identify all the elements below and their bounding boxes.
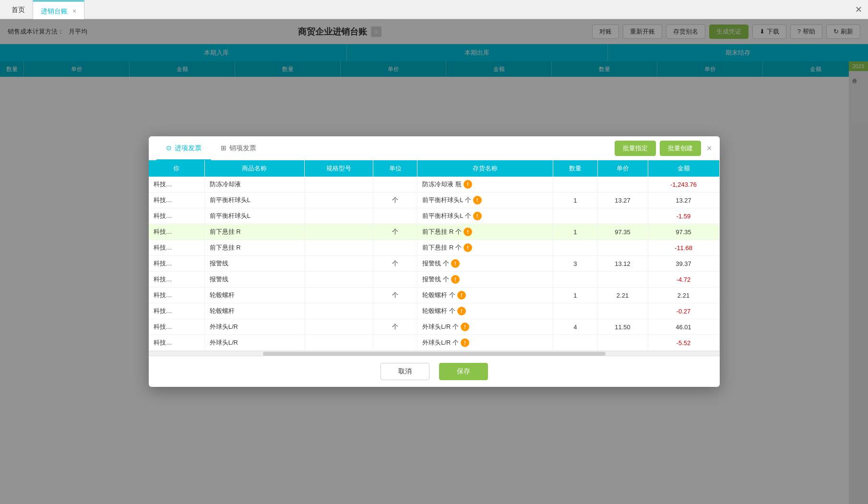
- cell-spec: [304, 240, 373, 256]
- cell-quantity: 1: [553, 192, 597, 208]
- cell-stock-name: 轮毂螺杆 个!: [417, 288, 553, 303]
- cell-quantity: [553, 303, 597, 319]
- cell-supplier: 科技…: [149, 319, 205, 335]
- warning-icon: !: [451, 275, 460, 284]
- table-row: 科技…报警线报警线 个!-4.72: [149, 272, 720, 288]
- cell-unit-price: [597, 177, 648, 192]
- cell-spec: [304, 192, 373, 208]
- cell-stock-name: 轮毂螺杆 个!: [417, 303, 553, 319]
- cell-supplier: 科技…: [149, 177, 205, 192]
- cell-stock-name: 前平衡杆球头L 个!: [417, 208, 553, 224]
- table-row: 科技…外球头L/R个外球头L/R 个!411.5046.01: [149, 319, 720, 335]
- cell-spec: [304, 224, 373, 240]
- modal-table-wrap[interactable]: 你 商品名称 规格型号 单位 存货名称 数量 单价 金额 科技…防冻冷却液防冻冷…: [149, 160, 720, 351]
- modal-footer: 取消 保存: [149, 356, 720, 387]
- cell-unit: 个: [373, 288, 417, 303]
- cell-supplier: 科技…: [149, 192, 205, 208]
- cancel-button[interactable]: 取消: [380, 363, 429, 380]
- cell-amount: -5.52: [648, 335, 719, 351]
- purchase-icon: ⊙: [166, 136, 172, 160]
- cell-product-name: 外球头L/R: [204, 335, 304, 351]
- tab-close-icon[interactable]: ×: [72, 7, 76, 15]
- sales-icon: ⊞: [221, 136, 226, 160]
- batch-assign-button[interactable]: 批量指定: [615, 141, 656, 156]
- col-header-quantity: 数量: [553, 160, 597, 177]
- col-header-stock-name: 存货名称: [417, 160, 553, 177]
- cell-supplier: 科技…: [149, 288, 205, 303]
- cell-amount: -11.68: [648, 240, 719, 256]
- cell-unit-price: 13.27: [597, 192, 648, 208]
- save-button[interactable]: 保存: [439, 363, 488, 380]
- cell-product-name: 轮毂螺杆: [204, 303, 304, 319]
- cell-amount: -1.59: [648, 208, 719, 224]
- cell-unit: [373, 240, 417, 256]
- table-row: 科技…前下悬挂 R前下悬挂 R 个!-11.68: [149, 240, 720, 256]
- cell-product-name: 前平衡杆球头L: [204, 192, 304, 208]
- col-header-amount: 金额: [648, 160, 719, 177]
- cell-unit: 个: [373, 224, 417, 240]
- cell-amount: -1,243.76: [648, 177, 719, 192]
- table-row: 科技…轮毂螺杆个轮毂螺杆 个!12.212.21: [149, 288, 720, 303]
- modal-overlay: ⊙ 进项发票 ⊞ 销项发票 批量指定 批量创建 ×: [0, 19, 868, 504]
- col-header-supplier: 你: [149, 160, 205, 177]
- cell-product-name: 前下悬挂 R: [204, 224, 304, 240]
- cell-quantity: 3: [553, 256, 597, 272]
- warning-icon: !: [461, 323, 469, 331]
- modal-header-actions: 批量指定 批量创建: [615, 141, 701, 156]
- cell-quantity: [553, 208, 597, 224]
- warning-icon: !: [461, 338, 469, 347]
- cell-unit-price: 97.35: [597, 224, 648, 240]
- cell-supplier: 科技…: [149, 224, 205, 240]
- cell-quantity: [553, 272, 597, 288]
- cell-quantity: 1: [553, 224, 597, 240]
- tab-home[interactable]: 首页: [4, 0, 33, 19]
- table-row: 科技…前下悬挂 R个前下悬挂 R 个!197.3597.35: [149, 224, 720, 240]
- cell-stock-name: 外球头L/R 个!: [417, 335, 553, 351]
- cell-amount: -0.27: [648, 303, 719, 319]
- table-row: 科技…前平衡杆球头L前平衡杆球头L 个!-1.59: [149, 208, 720, 224]
- cell-product-name: 报警线: [204, 272, 304, 288]
- cell-unit: [373, 272, 417, 288]
- warning-icon: !: [457, 291, 466, 300]
- cell-stock-name: 前平衡杆球头L 个!: [417, 192, 553, 208]
- cell-spec: [304, 335, 373, 351]
- batch-create-button[interactable]: 批量创建: [660, 141, 701, 156]
- cell-product-name: 外球头L/R: [204, 319, 304, 335]
- cell-unit-price: 11.50: [597, 319, 648, 335]
- cell-spec: [304, 177, 373, 192]
- warning-icon: !: [464, 243, 472, 252]
- cell-supplier: 科技…: [149, 303, 205, 319]
- table-row: 科技…报警线个报警线 个!313.1239.37: [149, 256, 720, 272]
- warning-icon: !: [473, 196, 482, 204]
- cell-spec: [304, 208, 373, 224]
- cell-quantity: [553, 177, 597, 192]
- tab-bar: 首页 进销台账 × ✕: [0, 0, 868, 19]
- tab-purchase-invoice[interactable]: ⊙ 进项发票: [156, 136, 211, 160]
- scrollbar-thumb: [263, 352, 606, 356]
- cell-stock-name: 防冻冷却液 瓶!: [417, 177, 553, 192]
- modal-dialog: ⊙ 进项发票 ⊞ 销项发票 批量指定 批量创建 ×: [149, 136, 720, 387]
- cell-supplier: 科技…: [149, 272, 205, 288]
- col-header-product-name: 商品名称: [204, 160, 304, 177]
- cell-unit-price: [597, 240, 648, 256]
- main-area: 销售成本计算方法： 月平均 商贸企业进销台账 ≡ 对账 重新开账 存货别名 生成…: [0, 19, 868, 504]
- cell-stock-name: 前下悬挂 R 个!: [417, 240, 553, 256]
- cell-unit-price: 13.12: [597, 256, 648, 272]
- cell-spec: [304, 303, 373, 319]
- window-close-button[interactable]: ✕: [855, 4, 862, 15]
- cell-unit: [373, 208, 417, 224]
- cell-supplier: 科技…: [149, 335, 205, 351]
- tab-sales-invoice[interactable]: ⊞ 销项发票: [211, 136, 266, 160]
- cell-product-name: 报警线: [204, 256, 304, 272]
- tab-ledger[interactable]: 进销台账 ×: [33, 0, 84, 20]
- cell-unit-price: [597, 335, 648, 351]
- cell-stock-name: 报警线 个!: [417, 272, 553, 288]
- table-scrollbar[interactable]: [149, 351, 720, 356]
- cell-stock-name: 外球头L/R 个!: [417, 319, 553, 335]
- modal-close-button[interactable]: ×: [707, 144, 712, 153]
- warning-icon: !: [464, 180, 472, 189]
- cell-spec: [304, 319, 373, 335]
- cell-unit: 个: [373, 256, 417, 272]
- table-row: 科技…外球头L/R外球头L/R 个!-5.52: [149, 335, 720, 351]
- cell-quantity: 1: [553, 288, 597, 303]
